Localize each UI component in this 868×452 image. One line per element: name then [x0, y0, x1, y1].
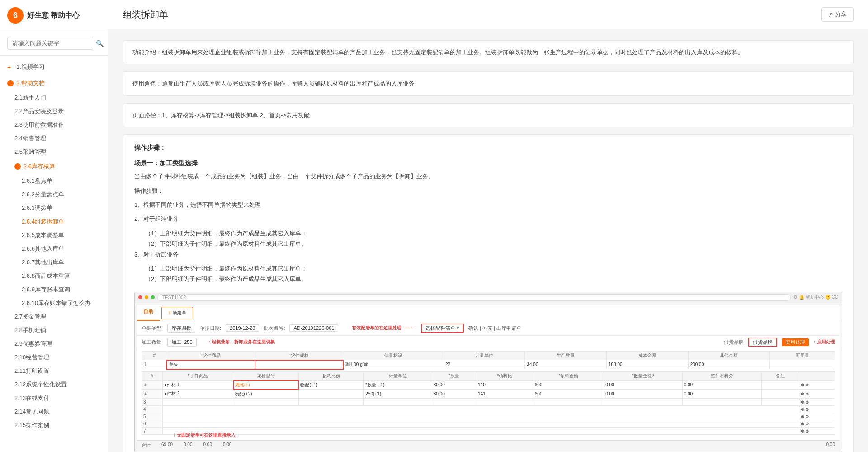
- ss-btn-apply[interactable]: 实用处理: [782, 338, 809, 346]
- sidebar-item-2-10[interactable]: 2.10经营管理: [14, 351, 108, 364]
- sidebar-item-2-4[interactable]: 2.4销售管理: [14, 132, 108, 145]
- sidebar-item-2-14[interactable]: 2.14常见问题: [14, 405, 108, 419]
- ss-ltd-qty-1: 30.00: [432, 381, 476, 390]
- ss-ltd-amt2-2: 0.00: [604, 390, 682, 399]
- ss-lower-row-7: 7 ⊕ ⊗: [142, 427, 835, 434]
- sub-steps-2: （1）上部明细为父件明细，最终作为产成品生成其它入库单； （2）下部明细为子件明…: [134, 228, 842, 249]
- ss-min-dot: [145, 295, 148, 299]
- sidebar-item-2-7[interactable]: 2.7资金管理: [14, 310, 108, 324]
- sidebar-item-2-1[interactable]: 2.1新手入门: [14, 91, 108, 105]
- ss-ltd-no-1: ⊕: [142, 381, 163, 390]
- sub-step-2-1: （1）上部明细为父件明细，最终作为产成品生成其它入库单；: [145, 228, 842, 238]
- sidebar-item-2-6-8[interactable]: 2.6.8商品成本重算: [22, 269, 108, 283]
- ss-lower-row-3: 3: [142, 398, 835, 405]
- ss-ltd-qty-2: 30.00: [432, 390, 476, 399]
- ss-upper-table: # *父件商品 *父件规格 储量标识 计量单位 生产数量 成本金额 其他金额 可: [142, 351, 835, 370]
- sidebar-item-2-15[interactable]: 2.15操作案例: [14, 419, 108, 432]
- nav-list: + 1.视频学习 2.帮助文档 2.1新手入门 2.2产品安装及登录 2.3使用…: [0, 56, 108, 437]
- ss-ltd-no-4: 4: [142, 405, 163, 413]
- ss-ltd-action-7: ⊕ ⊗: [799, 427, 835, 434]
- sidebar-item-2-6-4[interactable]: 2.6.4组装拆卸单: [22, 215, 108, 228]
- sidebar-item-2-6-6[interactable]: 2.6.6其他入库单: [22, 242, 108, 256]
- ss-ltd-no-7: 7: [142, 427, 163, 434]
- sidebar-item-2-9[interactable]: 2.9优惠券管理: [14, 337, 108, 351]
- scene1-desc: 当由多个子件材料组装成一个成品的业务为【组装】业务，当由一个父件拆分成多个子产品…: [134, 171, 842, 181]
- sidebar-item-2-12[interactable]: 2.12系统个性化设置: [14, 378, 108, 391]
- ss-ltd-note-3: [761, 398, 799, 405]
- ss-ltd-child-2: ●件材 2: [163, 390, 233, 399]
- ss-ltd-unit-2: 250(+1): [364, 390, 432, 399]
- step-2: 2、对于组装业务: [134, 214, 842, 224]
- logo-icon: 6: [7, 7, 24, 24]
- ss-val-brand: 供货品牌: [748, 338, 777, 347]
- ss-lth-loss: 损耗比例: [298, 371, 363, 381]
- sidebar-item-2-5[interactable]: 2.5采购管理: [14, 145, 108, 159]
- ss-td-oa-1: 200.00: [688, 360, 770, 369]
- ss-lower-row-5: 5 ⊕ ⊗: [142, 413, 835, 420]
- ss-ltd-action-6: ⊕ ⊗: [799, 420, 835, 427]
- sidebar-item-label-2: 2.帮助文档: [16, 79, 45, 87]
- ss-ltd-action-2: ⊕ ⊗: [799, 390, 835, 399]
- ss-label-qty: 加工数量:: [142, 339, 163, 346]
- sub-step-2-2: （2）下部明细为子件明细，最终作为原材料生成其它出库单。: [145, 238, 842, 249]
- sidebar-item-2-8[interactable]: 2.8手机旺铺: [14, 324, 108, 337]
- sidebar-item-2-6-10[interactable]: 2.6.10库存账本错了怎么办: [22, 296, 108, 310]
- path-block: 页面路径：1、库存核算->库存管理->组装拆卸单 2、首页->常用功能: [123, 103, 854, 127]
- ss-form-row2: 加工数量: 加工: 250 ↑ 组装业务、拆卸业务在这里切换 供货品牌 供货品牌…: [137, 336, 840, 349]
- sidebar-item-2-11[interactable]: 2.11打印设置: [14, 364, 108, 378]
- sidebar-item-2-6-2[interactable]: 2.6.2分量盘点单: [22, 188, 108, 201]
- sidebar-item-2-6-3[interactable]: 2.6.3调拨单: [22, 201, 108, 215]
- ss-lth-unit: 计量单位: [364, 371, 432, 381]
- sidebar-item-2[interactable]: 2.帮助文档: [0, 76, 108, 91]
- ss-lower-thead: # *子件商品 规格型号 损耗比例 计量单位 *数量 *领料比 *领料金额 *数: [142, 371, 835, 381]
- ss-ltd-unit-3: [364, 398, 432, 405]
- search-icon[interactable]: 🔍: [96, 40, 104, 47]
- ss-td-ca-1: 108.00: [607, 360, 689, 369]
- ss-ltd-mat-3: [682, 398, 761, 405]
- ss-lth-note: 备注: [761, 371, 799, 381]
- ss-ltd-loss-3: [298, 398, 363, 405]
- ss-lower-tbody: ⊕ ●件材 1 规格(+) 物配(+1) *数量(+1) 30.00 140 6…: [142, 381, 835, 435]
- ss-ltd-action-3: ⊕ ⊗: [799, 398, 835, 405]
- logo-area: 6 好生意 帮助中心: [0, 0, 108, 31]
- ss-th-avail: 可用量: [770, 351, 835, 360]
- sidebar-item-2-13[interactable]: 2.13在线支付: [14, 391, 108, 405]
- ss-icons: ⚙ 🔔 帮助中心 🙂 CC: [793, 294, 838, 300]
- ss-ltd-unit-1: *数量(+1): [364, 381, 432, 390]
- ss-ltd-no-6: 6: [142, 420, 163, 427]
- ss-ltd-ratio-3: [476, 398, 533, 405]
- ss-th-cost: 成本金额: [607, 351, 689, 360]
- sidebar-item-2-6-5[interactable]: 2.6.5成本调整单: [22, 228, 108, 242]
- sidebar-item-1[interactable]: + 1.视频学习: [0, 59, 108, 75]
- sidebar-item-2-6-7[interactable]: 2.6.7其他出库单: [22, 256, 108, 269]
- ss-td-no-1: 1: [142, 360, 167, 369]
- ss-td-av-1: [770, 360, 835, 369]
- ss-td-st-1: 副1.00 g/箱: [343, 360, 443, 369]
- sidebar-item-2-6[interactable]: 2.6库存核算: [14, 159, 108, 174]
- nav-sub-sub-list-2-6: 2.6.1盘点单 2.6.2分量盘点单 2.6.3调拨单 2.6.4组装拆卸单 …: [14, 174, 108, 310]
- sidebar-item-2-6-1[interactable]: 2.6.1盘点单: [22, 174, 108, 188]
- ss-val-type: 库存调拨: [167, 324, 195, 333]
- ss-th-unit: 计量单位: [443, 351, 525, 360]
- sidebar-item-2-6-9[interactable]: 2.6.9库存账本查询: [22, 283, 108, 296]
- ss-label-date: 单据日期:: [200, 325, 221, 332]
- ss-ltd-no-5: 5: [142, 413, 163, 420]
- ss-ltd-action-5: ⊕ ⊗: [799, 413, 835, 420]
- ss-th-storage: 储量标识: [343, 351, 443, 360]
- ss-val-batch: AD-20191226-001: [289, 324, 338, 332]
- ss-ltd-no-2: ⊕: [142, 390, 163, 399]
- ss-annotation1: 有装配清单的在这里处理 ——→: [352, 325, 416, 331]
- ss-th-no: #: [142, 351, 167, 360]
- ss-lth-spec: 规格型号: [233, 371, 298, 381]
- screenshot-area: TEST-H002 ⚙ 🔔 帮助中心 🙂 CC 自助 + 新建单: [134, 292, 842, 452]
- sub-step-3-2: （2）下部明细为子件明细，最终作为产成品生成其它入库单。: [145, 274, 842, 284]
- ss-ltd-action-1: ⊕ ⊗: [799, 381, 835, 390]
- sidebar-item-2-2[interactable]: 2.2产品安装及登录: [14, 105, 108, 118]
- search-input[interactable]: [7, 37, 93, 50]
- active-dot-icon-2-6: [14, 163, 21, 170]
- ss-lth-amt: *领料金额: [533, 371, 604, 381]
- ss-lth-ratio: *领料比: [476, 371, 533, 381]
- ss-ltd-amt-1: 600: [533, 381, 604, 390]
- sidebar-item-2-3[interactable]: 2.3使用前数据准备: [14, 118, 108, 132]
- share-button[interactable]: ↗ 分享: [821, 7, 854, 22]
